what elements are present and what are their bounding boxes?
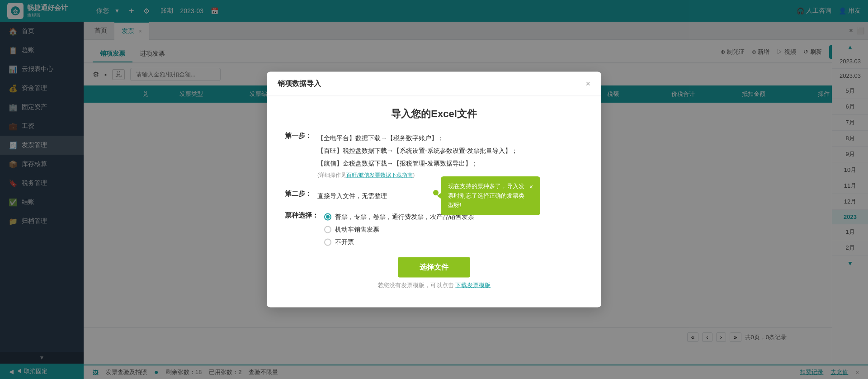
- select-file-btn[interactable]: 选择文件: [398, 257, 470, 278]
- modal-header: 销项数据导入 ×: [267, 72, 601, 96]
- modal-body: 导入您的Excel文件 第一步： 【全电平台】数据下载→【税务数字账户】； 【百…: [267, 96, 601, 308]
- footer-note-text: 若您没有发票模版，可以点击: [377, 282, 454, 289]
- modal-title: 销项数据导入: [278, 79, 321, 89]
- tooltip-text: 现在支持的票种多了，导入发票时别忘了选择正确的发票类型呀!: [448, 183, 524, 208]
- radio-circle-1: [324, 226, 331, 233]
- radio-circle-2: [324, 239, 331, 246]
- step1: 第一步： 【全电平台】数据下载→【税务数字账户】； 【百旺】税控盘数据下载→【系…: [285, 132, 583, 180]
- import-modal: 销项数据导入 × 导入您的Excel文件 第一步： 【全电平台】数据下载→【税务…: [267, 72, 601, 308]
- step2-label: 第二步：: [285, 190, 312, 202]
- tooltip-close-btn[interactable]: ×: [529, 182, 533, 192]
- step1-line1: 【全电平台】数据下载→【税务数字账户】；: [317, 132, 518, 144]
- step2-text: 直接导入文件，无需整理: [317, 190, 387, 202]
- modal-close-btn[interactable]: ×: [585, 79, 590, 89]
- step1-content: 【全电平台】数据下载→【税务数字账户】； 【百旺】税控盘数据下载→【系统设置-系…: [317, 132, 518, 180]
- step1-line2: 【百旺】税控盘数据下载→【系统设置-系统参数设置-发票批量导入】；: [317, 144, 518, 157]
- tooltip: × 现在支持的票种多了，导入发票时别忘了选择正确的发票类型呀!: [441, 176, 540, 215]
- radio-label-1: 机动车销售发票: [335, 226, 379, 234]
- step1-link[interactable]: 百旺/航信发票数据下载指南: [346, 172, 413, 178]
- radio-section: 票种选择： 普票，专票，卷票，通行费发票，农产品销售发票 机动车销售发票 不开票: [285, 211, 583, 246]
- download-template-link[interactable]: 下载发票模版: [455, 282, 491, 289]
- radio-item-1[interactable]: 机动车销售发票: [324, 226, 474, 234]
- step1-line3: 【航信】金税盘数据下载→【报税管理-发票数据导出】；: [317, 157, 518, 170]
- radio-group: 普票，专票，卷票，通行费发票，农产品销售发票 机动车销售发票 不开票: [324, 213, 474, 246]
- modal-import-title: 导入您的Excel文件: [285, 107, 583, 121]
- radio-label-2: 不开票: [335, 238, 354, 246]
- modal-footer-note: 若您没有发票模版，可以点击 下载发票模版: [285, 281, 583, 297]
- ticket-select-label: 票种选择：: [285, 211, 319, 220]
- radio-circle-0: [324, 213, 331, 221]
- step1-label: 第一步：: [285, 132, 312, 180]
- radio-item-2[interactable]: 不开票: [324, 238, 474, 246]
